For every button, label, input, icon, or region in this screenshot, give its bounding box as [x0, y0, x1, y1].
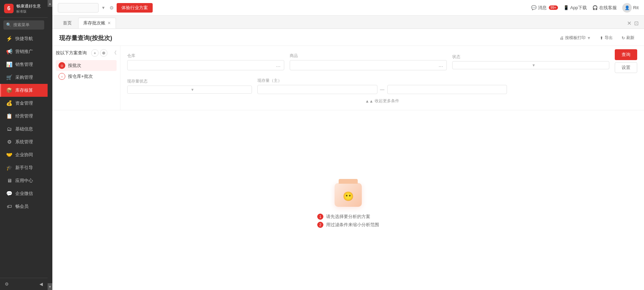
page-actions: 🖨 按模板打印 ▼ ⬆ 导出 ↻ 刷新 — [557, 34, 637, 42]
product-more-btn[interactable]: ... — [439, 62, 443, 68]
sidebar-item-system[interactable]: ⚙ 系统管理 — [0, 135, 48, 148]
app-download-btn[interactable]: 📱 App下载 — [563, 5, 587, 11]
purchase-icon: 🛒 — [6, 74, 13, 80]
warehouse-input[interactable] — [131, 62, 274, 68]
tab-home[interactable]: 首页 — [58, 18, 77, 29]
experience-btn[interactable]: 体验行业方案 — [117, 3, 153, 13]
finance-icon: 💰 — [6, 100, 13, 106]
online-service-label: 在线客服 — [599, 5, 617, 11]
settings-btn[interactable]: 设置 — [615, 62, 637, 73]
sidebar-item-guide[interactable]: 🎓 新手引导 — [0, 161, 48, 174]
scroll-down-btn[interactable]: ▼ — [48, 283, 52, 290]
sidebar-header: 6 畅康通好生意 标准版 — [0, 0, 48, 18]
messages-btn[interactable]: 💬 消息 99+ — [531, 5, 558, 11]
scheme-item-batch[interactable]: ⊙ 按批次 — [56, 60, 117, 71]
settings-icon[interactable]: ⚙ — [5, 282, 9, 287]
filter-row-2: 现存量状态 ▼ 现存量（主） — — [127, 78, 637, 94]
scheme-batch-icon: ⊙ — [58, 62, 65, 69]
sidebar-item-sales[interactable]: 📊 销售管理 — [0, 58, 48, 71]
product-label: 商品 — [290, 53, 447, 59]
page-header: 现存量查询(按批次) 🖨 按模板打印 ▼ ⬆ 导出 ↻ 刷新 — [52, 29, 644, 46]
tab-batch-inventory-label: 库存批次账 — [83, 20, 105, 26]
topbar: ▼ ⚙ 体验行业方案 💬 消息 99+ 📱 App下载 🎧 在线客服 👤 — [52, 0, 644, 16]
filter-collapse-row[interactable]: ▲▲ 收起更多条件 — [127, 97, 637, 107]
system-icon: ⚙ — [6, 139, 13, 145]
app-title-block: 畅康通好生意 标准版 — [16, 3, 41, 14]
stock-amount-min-input[interactable] — [261, 87, 374, 92]
scroll-up-btn[interactable]: ▲ — [48, 0, 52, 7]
refresh-btn[interactable]: ↻ 刷新 — [619, 34, 637, 42]
export-btn[interactable]: ⬆ 导出 — [597, 34, 615, 42]
hint-2-text: 用过滤条件来缩小分析范围 — [326, 222, 379, 228]
print-btn[interactable]: 🖨 按模板打印 ▼ — [557, 34, 594, 42]
sidebar-item-label: 采购管理 — [15, 74, 33, 80]
sidebar-item-operations[interactable]: 📋 经营管理 — [0, 110, 48, 123]
scheme-item-warehouse-batch[interactable]: ○ 按仓库+批次 — [56, 71, 117, 82]
enterprise-wechat-icon: 💬 — [6, 191, 13, 197]
status-select[interactable]: ▼ — [452, 61, 609, 69]
sidebar-item-finance[interactable]: 💰 资金管理 — [0, 97, 48, 110]
scheme-warehouse-label: 按仓库+批次 — [68, 73, 93, 79]
topbar-gear-icon[interactable]: ⚙ — [109, 5, 114, 11]
tab-batch-inventory[interactable]: 库存批次账 ✕ — [78, 18, 116, 29]
empty-icon: 😶 — [331, 173, 365, 207]
sidebar-item-apps[interactable]: 🖥 应用中心 — [0, 174, 48, 187]
headset-icon: 🎧 — [592, 5, 598, 10]
sidebar-item-purchase[interactable]: 🛒 采购管理 — [0, 71, 48, 84]
stock-amount-min-wrap[interactable] — [257, 85, 377, 94]
filter-stock-status-group: 现存量状态 ▼ — [127, 78, 252, 94]
warehouse-input-wrap[interactable]: ... — [127, 60, 284, 70]
topbar-left: ▼ ⚙ 体验行业方案 — [58, 3, 528, 13]
user-profile-btn[interactable]: 👤 Rit — [622, 3, 639, 13]
sidebar-item-collab[interactable]: 🤝 企业协同 — [0, 148, 48, 161]
collapse-sidebar-icon[interactable]: ◀ — [39, 282, 43, 287]
sidebar-item-enterprise-wechat[interactable]: 💬 企业微信 — [0, 187, 48, 200]
sidebar-item-member[interactable]: 🏷 畅会员 — [0, 200, 48, 213]
filter-panel: 按以下方案查询 ＋ ⊕ 《 ⊙ 按批次 ○ 按仓库+批次 — [52, 46, 644, 110]
empty-hints: 1 请先选择要分析的方案 2 用过滤条件来缩小分析范围 — [317, 214, 379, 228]
filter-collapse-btn[interactable]: 《 — [112, 50, 117, 56]
close-panel-icon[interactable]: ✕ — [627, 20, 631, 26]
sidebar-item-quick-nav[interactable]: ⚡ 快捷导航 — [0, 32, 48, 45]
online-service-btn[interactable]: 🎧 在线客服 — [592, 5, 617, 11]
search-label: 搜索菜单 — [13, 22, 30, 28]
scheme-warehouse-icon: ○ — [58, 73, 65, 80]
sidebar-nav: ⚡ 快捷导航 📢 营销推广 📊 销售管理 🛒 采购管理 📦 库存核算 💰 资金管… — [0, 32, 48, 278]
stock-amount-max-wrap[interactable] — [387, 85, 507, 94]
scheme-batch-label: 按批次 — [68, 62, 81, 69]
topbar-chevron-icon[interactable]: ▼ — [101, 5, 105, 10]
sidebar-item-marketing[interactable]: 📢 营销推广 — [0, 45, 48, 58]
sidebar-item-label: 库存核算 — [15, 87, 33, 93]
warehouse-more-btn[interactable]: ... — [276, 62, 281, 68]
filter-row-1: 仓库 ... 商品 ... — [127, 49, 637, 74]
sidebar-item-basics[interactable]: 🗂 基础信息 — [0, 123, 48, 135]
status-label: 状态 — [452, 54, 609, 60]
messages-icon: 💬 — [531, 5, 537, 10]
add-scheme-btn[interactable]: ＋ — [91, 49, 99, 57]
sidebar-item-label: 资金管理 — [15, 100, 33, 106]
expand-panel-icon[interactable]: ⊡ — [634, 20, 639, 26]
sidebar-item-inventory[interactable]: 📦 库存核算 — [0, 84, 48, 97]
sidebar-search[interactable]: 🔍 搜索菜单 — [3, 20, 44, 30]
sidebar-item-label: 基础信息 — [15, 126, 33, 132]
content: 现存量查询(按批次) 🖨 按模板打印 ▼ ⬆ 导出 ↻ 刷新 — [52, 29, 644, 290]
print-icon: 🖨 — [560, 36, 564, 40]
page-title: 现存量查询(按批次) — [59, 34, 112, 42]
guide-icon: 🎓 — [6, 165, 13, 171]
stock-amount-max-input[interactable] — [391, 87, 504, 92]
stock-status-select[interactable]: ▼ — [127, 86, 252, 94]
query-btn[interactable]: 查询 — [615, 49, 637, 60]
export-icon: ⬆ — [600, 36, 603, 40]
topbar-search-input[interactable] — [58, 3, 99, 13]
stock-amount-label: 现存量（主） — [257, 78, 507, 84]
app-download-label: App下载 — [570, 5, 587, 11]
filter-status-group: 状态 ▼ — [452, 54, 609, 69]
scheme-settings-btn[interactable]: ⊕ — [100, 49, 107, 57]
filter-stock-amount-group: 现存量（主） — — [257, 78, 507, 94]
sidebar: 6 畅康通好生意 标准版 🔍 搜索菜单 ⚡ 快捷导航 📢 营销推广 📊 销售管理… — [0, 0, 48, 290]
product-input[interactable] — [293, 62, 437, 68]
filter-action-btns: 查询 设置 — [615, 49, 637, 74]
tab-close-icon[interactable]: ✕ — [107, 21, 111, 25]
product-input-wrap[interactable]: ... — [290, 60, 447, 70]
sales-icon: 📊 — [6, 61, 13, 68]
